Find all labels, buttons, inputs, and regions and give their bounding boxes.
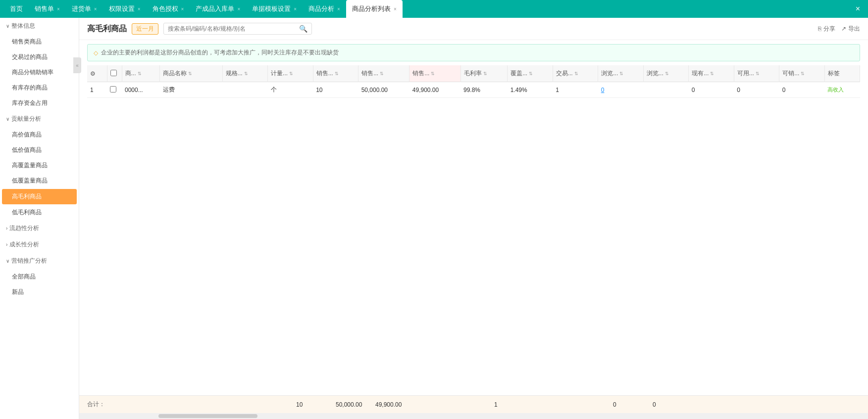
col-coverage[interactable]: 覆盖... ⇅ — [508, 65, 553, 82]
nav-product-analysis-list[interactable]: 商品分析列表 × — [346, 0, 403, 18]
sidebar-item-high-value[interactable]: 高价值商品 — [0, 127, 79, 142]
search-box: 🔍 — [163, 23, 312, 35]
filter-recent-month-button[interactable]: 近一月 — [132, 23, 158, 35]
main-layout: « ∨ 整体信息 销售类商品 交易过的商品 商品分销助销率 有库存的商品 库存资… — [0, 18, 868, 419]
nav-role-auth[interactable]: 角色授权 × — [147, 0, 190, 18]
footer-available-stock: 0 — [650, 401, 689, 408]
sidebar-group-growth[interactable]: › 成长性分析 — [0, 236, 79, 253]
sidebar-group-trend[interactable]: › 流趋性分析 — [0, 220, 79, 236]
chevron-down-icon: ∨ — [6, 23, 9, 29]
cell-current-stock: 0 — [689, 82, 734, 98]
sort-icon: ⇅ — [619, 71, 623, 76]
sidebar-group-contribution[interactable]: ∨ 贡献量分析 — [0, 111, 79, 127]
scrollbar-thumb[interactable] — [158, 414, 257, 418]
close-icon[interactable]: × — [237, 6, 240, 12]
cell-saleable-stock: 0 — [779, 82, 825, 98]
cell-sales-qty: 10 — [313, 82, 358, 98]
nav-sales-order[interactable]: 销售单 × — [29, 0, 66, 18]
sidebar-item-in-stock-goods[interactable]: 有库存的商品 — [0, 80, 79, 95]
col-gross-margin[interactable]: 毛利率 ⇅ — [460, 65, 508, 82]
col-checkbox[interactable] — [107, 65, 122, 82]
horizontal-scrollbar[interactable] — [79, 413, 868, 419]
table-header-row: ⚙ 商... ⇅ 商品名称 — [87, 65, 860, 82]
close-icon[interactable]: × — [181, 6, 184, 12]
col-code[interactable]: 商... ⇅ — [122, 65, 160, 82]
col-sales-qty[interactable]: 销售... ⇅ — [313, 65, 358, 82]
sidebar-item-low-margin[interactable]: 低毛利商品 — [0, 205, 79, 220]
nav-close-all-button[interactable]: × — [852, 4, 864, 13]
col-sales-profit[interactable]: 销售... ⇅ — [409, 65, 460, 82]
col-spec[interactable]: 规格... ⇅ — [222, 65, 268, 82]
col-view1[interactable]: 浏览... ⇅ — [598, 65, 644, 82]
sidebar-collapse-button[interactable]: « — [73, 57, 81, 73]
sort-icon: ⇅ — [431, 71, 435, 76]
col-tag: 标签 — [824, 65, 860, 82]
sort-icon: ⇅ — [138, 71, 142, 76]
col-saleable-stock[interactable]: 可销... ⇅ — [779, 65, 825, 82]
cell-trade-count: 1 — [553, 82, 598, 98]
top-nav: 首页 销售单 × 进货单 × 权限设置 × 角色授权 × 产成品入库单 × 单据… — [0, 0, 868, 18]
footer-sales-qty: 10 — [293, 401, 333, 408]
nav-permission-settings[interactable]: 权限设置 × — [103, 0, 147, 18]
sidebar-item-distribution-rate[interactable]: 商品分销助销率 — [0, 65, 79, 80]
total-label: 合计： — [87, 400, 105, 409]
cell-sales-amount: 50,000.00 — [358, 82, 409, 98]
cell-code: 0000... — [122, 82, 160, 98]
close-icon[interactable]: × — [138, 6, 141, 12]
sidebar-item-new-goods[interactable]: 新品 — [0, 284, 79, 300]
sort-icon: ⇅ — [335, 71, 339, 76]
col-unit[interactable]: 计量... ⇅ — [268, 65, 313, 82]
cell-tag: 高收入 — [824, 82, 860, 98]
nav-purchase-order[interactable]: 进货单 × — [66, 0, 103, 18]
col-settings[interactable]: ⚙ — [87, 65, 107, 82]
sidebar-item-low-value[interactable]: 低价值商品 — [0, 142, 79, 158]
nav-template-settings[interactable]: 单据模板设置 × — [246, 0, 303, 18]
sort-icon: ⇅ — [801, 71, 805, 76]
sort-icon: ⇅ — [483, 71, 487, 76]
close-icon[interactable]: × — [294, 6, 297, 12]
share-icon: ⎘ — [818, 25, 821, 32]
close-icon[interactable]: × — [337, 6, 340, 12]
nav-home[interactable]: 首页 — [4, 0, 29, 18]
sidebar-item-high-margin[interactable]: 高毛利商品 — [2, 189, 77, 204]
cell-checkbox[interactable] — [107, 82, 122, 98]
select-all-checkbox[interactable] — [110, 70, 117, 76]
sort-icon: ⇅ — [289, 71, 293, 76]
cell-index: 1 — [87, 82, 107, 98]
close-icon[interactable]: × — [57, 6, 60, 12]
col-current-stock[interactable]: 现有... ⇅ — [689, 65, 734, 82]
close-icon[interactable]: × — [394, 6, 397, 12]
cell-available-stock: 0 — [734, 82, 779, 98]
footer-sales-profit: 49,900.00 — [372, 401, 412, 408]
col-view2[interactable]: 浏览... ⇅ — [643, 65, 689, 82]
cell-unit: 个 — [268, 82, 313, 98]
sort-icon: ⇅ — [244, 71, 248, 76]
row-checkbox[interactable] — [110, 86, 116, 93]
sidebar-item-low-coverage[interactable]: 低覆盖量商品 — [0, 173, 79, 188]
sidebar-item-stock-capital[interactable]: 库存资金占用 — [0, 95, 79, 111]
table-container[interactable]: ⚙ 商... ⇅ 商品名称 — [79, 65, 868, 395]
table-row: 1 0000... 运费 个 10 50,000.00 49,900.00 99… — [87, 82, 860, 98]
sidebar-group-overall[interactable]: ∨ 整体信息 — [0, 18, 79, 34]
export-button[interactable]: ↗ 导出 — [841, 25, 860, 33]
col-trade-count[interactable]: 交易... ⇅ — [553, 65, 598, 82]
col-available-stock[interactable]: 可用... ⇅ — [734, 65, 779, 82]
col-sales-amount[interactable]: 销售... ⇅ — [358, 65, 409, 82]
col-name[interactable]: 商品名称 ⇅ — [160, 65, 222, 82]
sidebar-group-marketing[interactable]: ∨ 营销推广分析 — [0, 253, 79, 269]
nav-product-stock[interactable]: 产成品入库单 × — [190, 0, 246, 18]
chevron-down-icon: ∨ — [6, 258, 9, 264]
share-button[interactable]: ⎘ 分享 — [818, 25, 835, 33]
sidebar-item-high-coverage[interactable]: 高覆盖量商品 — [0, 158, 79, 173]
cell-view1[interactable]: 0 — [598, 82, 644, 98]
nav-product-analysis[interactable]: 商品分析 × — [303, 0, 346, 18]
search-input[interactable] — [168, 25, 299, 32]
search-icon[interactable]: 🔍 — [299, 25, 307, 33]
cell-spec — [222, 82, 268, 98]
sidebar-item-sales-goods[interactable]: 销售类商品 — [0, 34, 79, 49]
sidebar-item-all-goods[interactable]: 全部商品 — [0, 269, 79, 284]
close-icon[interactable]: × — [94, 6, 97, 12]
sidebar-item-traded-goods[interactable]: 交易过的商品 — [0, 49, 79, 65]
content-area: 高毛利商品 近一月 🔍 ⎘ 分享 ↗ 导出 ◇ 企业的主要的利润都是这部分商品创… — [79, 18, 868, 419]
cell-coverage: 1.49% — [508, 82, 553, 98]
